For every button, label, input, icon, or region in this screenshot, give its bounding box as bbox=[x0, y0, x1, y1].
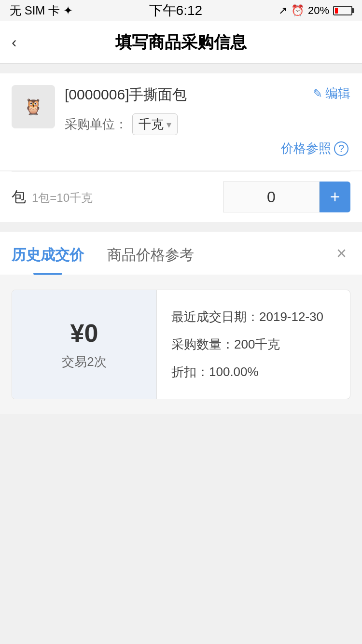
unit-selector[interactable]: 千克 ▾ bbox=[132, 113, 178, 135]
qty-unit: 包 bbox=[12, 187, 26, 207]
discount-line: 折扣：100.00% bbox=[171, 363, 335, 381]
product-meta: [0000006]手撕面包 采购单位： 千克 ▾ bbox=[65, 85, 313, 135]
status-bar: 无 SIM 卡 ✦ 下午6:12 ↗ ⏰ 20% bbox=[0, 0, 362, 21]
price-ref-label: 价格参照 bbox=[281, 140, 331, 157]
page-title: 填写商品采购信息 bbox=[115, 31, 247, 54]
nav-bar: ‹ 填写商品采购信息 bbox=[0, 21, 362, 64]
transaction-details: 最近成交日期：2019-12-30 采购数量：200千克 折扣：100.00% bbox=[157, 290, 350, 399]
quantity-input[interactable]: 0 bbox=[223, 182, 320, 212]
qty-conversion: 1包=10千克 bbox=[32, 190, 93, 206]
price-ref-button[interactable]: 价格参照 ? bbox=[281, 140, 348, 157]
tab-history-price[interactable]: 历史成交价 bbox=[12, 232, 84, 275]
transaction-count: 交易2次 bbox=[62, 353, 106, 370]
tab-product-price-ref[interactable]: 商品价格参考 bbox=[107, 232, 194, 275]
quantity-section: 包 1包=10千克 0 + bbox=[0, 171, 362, 222]
bottom-space bbox=[0, 414, 362, 644]
location-icon: ↗ bbox=[278, 4, 287, 17]
status-time: 下午6:12 bbox=[149, 1, 203, 20]
purchase-qty-value: 200千克 bbox=[234, 337, 280, 351]
tabs-header: 历史成交价 商品价格参考 × bbox=[0, 232, 362, 275]
tab-content: ¥0 交易2次 最近成交日期：2019-12-30 采购数量：200千克 折扣：… bbox=[0, 275, 362, 414]
status-right: ↗ ⏰ 20% bbox=[278, 4, 352, 17]
back-button[interactable]: ‹ bbox=[12, 33, 17, 51]
transaction-price: ¥0 bbox=[70, 319, 98, 348]
battery-percent: 20% bbox=[308, 4, 329, 17]
quantity-row: 包 1包=10千克 0 + bbox=[12, 171, 350, 222]
alarm-icon: ⏰ bbox=[291, 4, 304, 17]
discount-value: 100.00% bbox=[209, 364, 259, 379]
dropdown-arrow-icon: ▾ bbox=[167, 119, 171, 130]
product-logo: 🦉 bbox=[24, 99, 43, 114]
product-info: 🦉 [0000006]手撕面包 采购单位： 千克 ▾ bbox=[12, 85, 313, 135]
tabs-close-button[interactable]: × bbox=[333, 239, 350, 267]
battery-fill bbox=[335, 8, 338, 14]
edit-button[interactable]: ✎ 编辑 bbox=[313, 85, 350, 102]
purchase-unit-label: 采购单位： bbox=[65, 116, 127, 133]
question-icon: ? bbox=[334, 141, 348, 156]
purchase-qty-label: 采购数量： bbox=[171, 337, 234, 351]
product-thumbnail: 🦉 bbox=[12, 85, 55, 128]
qty-input-wrap: 0 + bbox=[223, 182, 350, 212]
transaction-card: ¥0 交易2次 最近成交日期：2019-12-30 采购数量：200千克 折扣：… bbox=[12, 290, 350, 399]
recent-date-label: 最近成交日期： bbox=[171, 309, 259, 324]
tabs-nav: 历史成交价 商品价格参考 bbox=[12, 232, 194, 275]
product-card: 🦉 [0000006]手撕面包 采购单位： 千克 ▾ ✎ 编辑 价格参照 ? bbox=[0, 73, 362, 170]
product-name: [0000006]手撕面包 bbox=[65, 85, 313, 105]
battery-indicator bbox=[333, 6, 352, 15]
edit-label: 编辑 bbox=[325, 85, 350, 102]
qty-label-wrap: 包 1包=10千克 bbox=[12, 187, 93, 207]
transaction-summary: ¥0 交易2次 bbox=[12, 290, 157, 399]
unit-value: 千克 bbox=[139, 116, 164, 133]
purchase-qty-line: 采购数量：200千克 bbox=[171, 335, 335, 354]
tabs-section: 历史成交价 商品价格参考 × bbox=[0, 232, 362, 275]
status-left: 无 SIM 卡 ✦ bbox=[10, 3, 73, 18]
discount-label: 折扣： bbox=[171, 364, 209, 379]
edit-icon: ✎ bbox=[313, 87, 322, 100]
recent-date-value: 2019-12-30 bbox=[259, 309, 323, 324]
quantity-plus-button[interactable]: + bbox=[320, 182, 350, 212]
purchase-unit-row: 采购单位： 千克 ▾ bbox=[65, 113, 313, 135]
battery-icon bbox=[333, 6, 352, 15]
product-header: 🦉 [0000006]手撕面包 采购单位： 千克 ▾ ✎ 编辑 bbox=[12, 85, 350, 135]
recent-date-line: 最近成交日期：2019-12-30 bbox=[171, 308, 335, 326]
signal-text: 无 SIM 卡 ✦ bbox=[10, 3, 73, 18]
